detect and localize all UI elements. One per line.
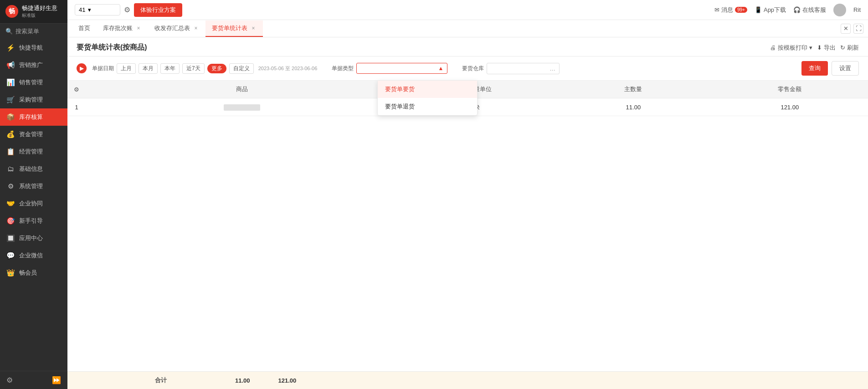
message-btn[interactable]: ✉ 消息 99+ bbox=[714, 6, 747, 14]
app-label: App下载 bbox=[764, 6, 786, 14]
sidebar-search[interactable]: 🔍 搜索菜单 bbox=[0, 24, 67, 39]
sidebar-item-label: 快捷导航 bbox=[19, 44, 43, 52]
filter-more[interactable]: 更多 bbox=[207, 64, 226, 73]
caigou-icon: 🛒 bbox=[6, 96, 15, 104]
filter-7days[interactable]: 近7天 bbox=[182, 63, 205, 74]
date-label: 单据日期 bbox=[92, 65, 114, 72]
settings-icon[interactable]: ⚙ bbox=[6, 376, 13, 384]
tabbar-controls: ✕ ⛶ bbox=[841, 24, 863, 34]
print-btn[interactable]: 🖨 按模板打印 ▾ bbox=[770, 44, 812, 52]
tabbar: 首页 库存批次账 × 收发存汇总表 × 要货单统计表 × ✕ ⛶ bbox=[67, 20, 868, 37]
filter-this-month[interactable]: 本月 bbox=[139, 63, 158, 74]
warehouse-label: 要货仓库 bbox=[462, 65, 484, 72]
user-name: Rit bbox=[853, 6, 861, 13]
sidebar-bottom: ⚙ ⏩ bbox=[0, 371, 67, 389]
sidebar-item-qiyewx[interactable]: 💬 企业微信 bbox=[0, 247, 67, 264]
filter-bar: ▶ 单据日期 上月 本月 本年 近7天 更多 自定义 2023-05-06 至 … bbox=[67, 56, 868, 81]
tab-inventory-batch-label: 库存批次账 bbox=[103, 24, 133, 32]
product-name-blurred bbox=[224, 104, 260, 111]
refresh-btn[interactable]: ↻ 刷新 bbox=[840, 44, 859, 52]
tab-home-label: 首页 bbox=[78, 24, 90, 32]
sidebar-item-xitong[interactable]: ⚙ 系统管理 bbox=[0, 178, 67, 195]
logo-icon: 畅 bbox=[5, 5, 18, 18]
type-arrow-up: ▲ bbox=[438, 65, 443, 72]
tab-receivable-summary[interactable]: 收发存汇总表 × bbox=[148, 20, 205, 37]
jichu-icon: 🗂 bbox=[6, 165, 15, 173]
sidebar-item-label: 畅会员 bbox=[19, 269, 37, 277]
tab-receivable-summary-label: 收发存汇总表 bbox=[154, 24, 190, 32]
trial-btn[interactable]: 体验行业方案 bbox=[134, 3, 182, 17]
yingyong-icon: 🔲 bbox=[6, 234, 15, 242]
type-dropdown-menu: 要货单要货 要货单退货 bbox=[377, 80, 478, 116]
filter-type-group: 单据类型 ▲ bbox=[332, 63, 447, 74]
sidebar-item-label: 基础信息 bbox=[19, 165, 43, 173]
print-label: 按模板打印 bbox=[778, 44, 807, 52]
type-dropdown[interactable]: ▲ bbox=[356, 63, 447, 74]
sidebar-item-yingxiao[interactable]: 📢 营销推广 bbox=[0, 56, 67, 74]
print-icon: 🖨 bbox=[770, 44, 776, 51]
sidebar-item-kucun[interactable]: 📦 库存核算 bbox=[0, 108, 67, 126]
dropdown-item-yaohuo[interactable]: 要货单要货 bbox=[378, 81, 477, 98]
warehouse-input[interactable]: … bbox=[487, 63, 560, 74]
changhui-icon: 👑 bbox=[6, 269, 15, 277]
filter-actions: 查询 设置 bbox=[801, 61, 859, 76]
export-btn[interactable]: ⬇ 导出 bbox=[817, 44, 836, 52]
table-container: ⚙ 商品 主计量单位 主数量 零售金额 1 块 11.00 bbox=[67, 81, 868, 371]
dropdown-item-tuhuo[interactable]: 要货单退货 bbox=[378, 98, 477, 115]
tab-order-stats[interactable]: 要货单统计表 × bbox=[205, 20, 263, 37]
filter-settings-btn[interactable]: 设置 bbox=[832, 61, 859, 76]
footer-qty: 11.00 bbox=[235, 377, 250, 384]
store-selector[interactable]: 41 ▾ bbox=[75, 4, 120, 15]
phone-icon: 📱 bbox=[755, 6, 762, 13]
service-label: 在线客服 bbox=[802, 6, 826, 14]
settings-icon[interactable]: ⚙ bbox=[124, 5, 130, 14]
app-download-btn[interactable]: 📱 App下载 bbox=[755, 6, 786, 14]
tab-order-stats-close[interactable]: × bbox=[250, 25, 257, 31]
sidebar-item-label: 系统管理 bbox=[19, 182, 43, 190]
sidebar-item-xiaoshou[interactable]: 📊 销售管理 bbox=[0, 74, 67, 91]
filter-custom[interactable]: 自定义 bbox=[229, 63, 254, 74]
sidebar-logo: 畅 畅捷通好生意 标准版 bbox=[0, 0, 67, 24]
xitong-icon: ⚙ bbox=[6, 182, 15, 190]
tab-expand[interactable]: ⛶ bbox=[853, 24, 863, 34]
filter-warehouse-group: 要货仓库 … bbox=[462, 63, 560, 74]
filter-last-month[interactable]: 上月 bbox=[117, 63, 136, 74]
table-footer: 合计 11.00 121.00 bbox=[67, 371, 868, 389]
filter-expand-btn[interactable]: ▶ bbox=[77, 63, 87, 73]
row-amount: 121.00 bbox=[712, 98, 868, 116]
tab-home[interactable]: 首页 bbox=[72, 20, 97, 37]
tab-inventory-batch[interactable]: 库存批次账 × bbox=[97, 20, 148, 37]
query-btn[interactable]: 查询 bbox=[801, 61, 828, 76]
print-chevron: ▾ bbox=[809, 44, 812, 51]
col-settings[interactable]: ⚙ bbox=[67, 81, 86, 98]
service-btn[interactable]: 🎧 在线客服 bbox=[793, 6, 826, 14]
sidebar-item-kuaijie[interactable]: ⚡ 快捷导航 bbox=[0, 39, 67, 56]
sidebar-item-zijin[interactable]: 💰 资金管理 bbox=[0, 126, 67, 143]
collapse-icon[interactable]: ⏩ bbox=[52, 376, 61, 384]
zijin-icon: 💰 bbox=[6, 130, 15, 138]
page-title: 要货单统计表(按商品) bbox=[77, 43, 147, 52]
sidebar-item-xinshou[interactable]: 🎯 新手引导 bbox=[0, 212, 67, 230]
sidebar-item-label: 应用中心 bbox=[19, 234, 43, 242]
sidebar-item-caigou[interactable]: 🛒 采购管理 bbox=[0, 91, 67, 108]
topbar: 41 ▾ ⚙ 体验行业方案 ✉ 消息 99+ 📱 App下载 🎧 在线客服 Ri… bbox=[67, 0, 868, 20]
sidebar-item-qiye[interactable]: 🤝 企业协同 bbox=[0, 195, 67, 212]
warehouse-dots[interactable]: … bbox=[550, 65, 555, 72]
sidebar-item-jingying[interactable]: 📋 经营管理 bbox=[0, 143, 67, 160]
sidebar-search-label: 搜索菜单 bbox=[15, 27, 39, 36]
filter-date-group: 单据日期 上月 本月 本年 近7天 更多 自定义 2023-05-06 至 20… bbox=[92, 63, 317, 74]
sidebar-item-yingyong[interactable]: 🔲 应用中心 bbox=[0, 230, 67, 247]
sidebar-item-changhui[interactable]: 👑 畅会员 bbox=[0, 264, 67, 282]
yingxiao-icon: 📢 bbox=[6, 61, 15, 69]
tab-receivable-summary-close[interactable]: × bbox=[193, 25, 199, 31]
tab-close-all[interactable]: ✕ bbox=[841, 24, 851, 34]
col-product-header: 商品 bbox=[86, 81, 399, 98]
sidebar-item-label: 新手引导 bbox=[19, 217, 43, 225]
page-header: 要货单统计表(按商品) 🖨 按模板打印 ▾ ⬇ 导出 ↻ 刷新 bbox=[67, 37, 868, 56]
logo-title: 畅捷通好生意 bbox=[22, 5, 57, 12]
user-avatar[interactable] bbox=[833, 4, 846, 16]
filter-this-year[interactable]: 本年 bbox=[160, 63, 180, 74]
tab-inventory-batch-close[interactable]: × bbox=[135, 25, 142, 31]
sidebar-item-jichu[interactable]: 🗂 基础信息 bbox=[0, 160, 67, 178]
message-icon: ✉ bbox=[714, 6, 719, 13]
